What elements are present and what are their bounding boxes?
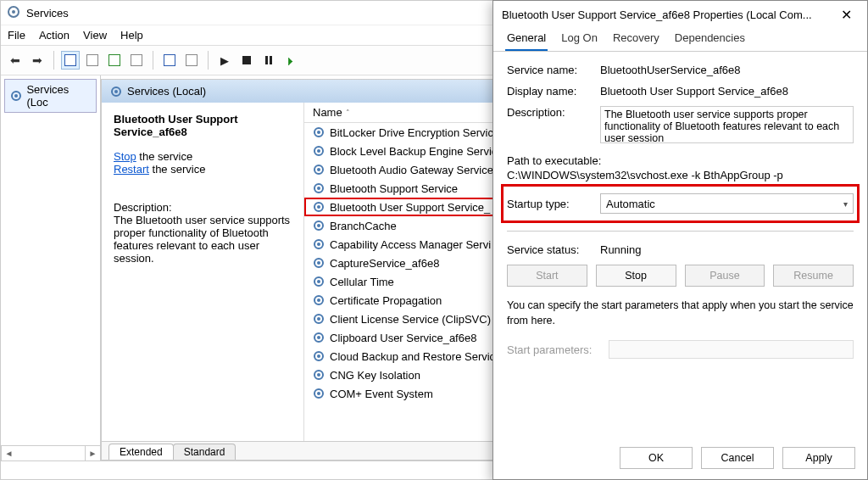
label-path: Path to executable: [507,154,854,167]
service-icon [313,294,325,306]
refresh-button[interactable] [105,51,124,70]
toolbar-icon[interactable] [182,51,201,70]
cancel-button[interactable]: Cancel [701,447,774,469]
label-service-status: Service status: [507,243,600,256]
show-hide-tree-button[interactable] [61,51,80,70]
close-icon[interactable]: ✕ [833,7,859,23]
start-params-hint: You can specify the start parameters tha… [507,299,854,328]
column-label: Name [313,106,342,119]
back-button[interactable]: ⬅ [6,51,25,70]
tab-extended[interactable]: Extended [108,444,174,460]
sort-asc-icon: ˄ [346,109,350,117]
tab-recovery[interactable]: Recovery [611,26,661,51]
apply-button[interactable]: Apply [782,447,855,469]
value-service-name: BluetoothUserService_af6e8 [600,64,854,76]
service-name-label: Block Level Backup Engine Servic [330,145,497,158]
properties-dialog: Bluetooth User Support Service_af6e8 Pro… [492,0,868,480]
restart-service-button[interactable]: ⏵ [281,51,300,70]
label-startup-type: Startup type: [507,198,600,210]
stop-suffix: the service [136,150,192,163]
menu-view[interactable]: View [83,29,107,42]
dialog-title: Bluetooth User Support Service_af6e8 Pro… [502,8,833,21]
export-list-button[interactable] [127,51,146,70]
service-icon [313,332,325,343]
tab-logon[interactable]: Log On [559,26,599,51]
services-icon [110,86,122,98]
service-name-label: Bluetooth Support Service [330,182,458,195]
stop-button[interactable]: Stop [596,265,676,287]
window-title: Services [26,7,69,20]
dialog-body: Service name: BluetoothUserService_af6e8… [493,52,867,359]
service-icon [313,164,325,176]
scroll-right-icon[interactable]: ► [85,446,100,460]
menu-action[interactable]: Action [39,29,70,42]
tab-general[interactable]: General [505,26,548,51]
nav-label: Services (Loc [26,83,91,109]
start-parameters-input [609,340,854,359]
service-name-label: Bluetooth Audio Gateway Service [330,164,493,176]
startup-type-value: Automatic [606,198,655,210]
services-app-icon [8,6,21,20]
service-name-label: Bluetooth User Support Service_ [330,201,490,214]
label-display-name: Display name: [507,85,600,98]
nav-services-local[interactable]: Services (Loc [4,79,97,113]
forward-button[interactable]: ➡ [28,51,47,70]
service-icon [313,145,325,157]
nav-pane: Services (Loc ◄ ► [1,75,101,460]
tab-standard[interactable]: Standard [173,444,236,460]
stop-service-link[interactable]: Stop [114,150,136,163]
chevron-down-icon: ▾ [843,199,848,209]
service-name-label: COM+ Event System [330,388,433,400]
menu-file[interactable]: File [8,29,25,42]
toolbar-separator [53,51,54,70]
startup-type-row: Startup type: Automatic ▾ [507,190,854,217]
service-icon [313,238,325,250]
service-icon [313,388,325,399]
restart-suffix: the service [149,163,205,176]
ok-button[interactable]: OK [620,447,693,469]
start-service-button[interactable]: ▶ [215,51,234,70]
service-icon [313,276,325,287]
service-icon [313,350,325,362]
description-textarea[interactable] [600,106,854,143]
label-service-name: Service name: [507,64,600,76]
selected-service-name: Bluetooth User Support Service_af6e8 [114,113,292,138]
detail-pane: Bluetooth User Support Service_af6e8 Sto… [102,103,303,441]
stop-service-button[interactable] [237,51,256,70]
service-name-label: Cloud Backup and Restore Servic [330,350,495,363]
services-icon [10,90,21,102]
pause-service-button[interactable] [259,51,278,70]
value-display-name: Bluetooth User Support Service_af6e8 [600,85,854,98]
service-icon [313,220,325,232]
service-name-label: Certificate Propagation [330,294,442,307]
service-name-label: CNG Key Isolation [330,369,420,382]
toolbar-separator [208,51,209,70]
tab-dependencies[interactable]: Dependencies [673,26,747,51]
label-description: Description: [507,106,600,119]
dialog-footer: OK Cancel Apply [620,447,855,469]
dialog-tabs: General Log On Recovery Dependencies [493,28,867,52]
resume-button[interactable]: Resume [773,265,854,287]
value-path: C:\WINDOWS\system32\svchost.exe -k BthAp… [507,169,854,181]
restart-service-link[interactable]: Restart [114,163,149,176]
label-start-parameters: Start parameters: [507,343,600,356]
service-name-label: BitLocker Drive Encryption Servic [330,126,493,139]
nav-hscroll[interactable]: ◄ ► [1,445,100,460]
service-icon [313,201,325,213]
toolbar-separator [153,51,153,70]
properties-button[interactable] [83,51,102,70]
start-button[interactable]: Start [507,265,587,287]
service-name-label: CaptureService_af6e8 [330,257,439,270]
startup-type-select[interactable]: Automatic ▾ [600,193,854,214]
menu-help[interactable]: Help [120,29,143,42]
pause-button[interactable]: Pause [685,265,765,287]
service-icon [313,257,325,269]
scroll-left-icon[interactable]: ◄ [1,446,16,460]
service-icon [313,126,325,138]
content-header-label: Services (Local) [127,85,206,98]
help-button[interactable] [160,51,179,70]
divider [507,231,854,232]
service-name-label: Client License Service (ClipSVC) [330,313,491,326]
service-name-label: Cellular Time [330,276,394,288]
description-label: Description: [114,201,292,214]
